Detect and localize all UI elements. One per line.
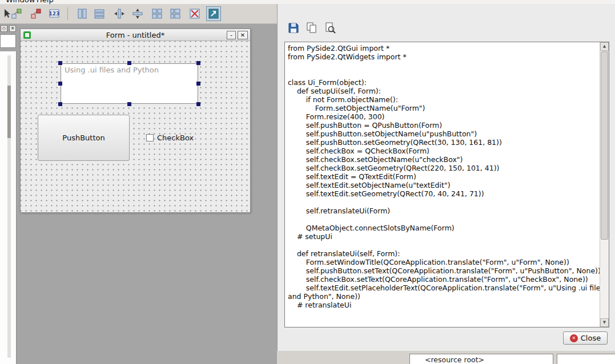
- code-line: [288, 241, 598, 249]
- close-button-label: Close: [581, 334, 601, 342]
- code-line: self.pushButton.setObjectName(u"pushButt…: [288, 130, 598, 138]
- code-line: class Ui_Form(object):: [288, 78, 598, 87]
- tab-order-label: 123: [49, 11, 60, 17]
- code-line: [288, 198, 598, 207]
- selection-handle[interactable]: [58, 61, 62, 65]
- code-line: self.textEdit.setPlaceholderText(QCoreAp…: [288, 284, 598, 292]
- code-line: and Python", None)): [288, 292, 598, 301]
- selection-handle[interactable]: [196, 82, 200, 86]
- toolbar-separator: [67, 7, 68, 20]
- scroll-up-icon[interactable]: ▲: [600, 42, 609, 51]
- resource-browser: <resource root>: [277, 351, 615, 364]
- selection-handle[interactable]: [58, 82, 62, 86]
- layout-form-icon[interactable]: [168, 6, 183, 21]
- code-line: self.pushButton.setGeometry(QRect(30, 13…: [288, 138, 598, 147]
- code-line: # retranslateUi: [288, 301, 598, 309]
- widget-filter-input[interactable]: [0, 34, 16, 48]
- widget-box-dock: ◇ ✕: [0, 24, 18, 364]
- scroll-down-icon[interactable]: ▼: [600, 318, 609, 327]
- close-button[interactable]: ✕: [238, 31, 248, 39]
- code-line: def retranslateUi(self, Form):: [288, 249, 598, 258]
- code-line: Form.setObjectName(u"Form"): [288, 104, 598, 112]
- code-line: self.pushButton = QPushButton(Form): [288, 121, 598, 130]
- code-line: self.retranslateUi(Form): [288, 207, 598, 215]
- adjust-size-icon[interactable]: [206, 6, 221, 21]
- main-toolbar: 123: [0, 4, 277, 24]
- code-line: self.textEdit.setObjectName(u"textEdit"): [288, 181, 598, 189]
- checkbox-indicator[interactable]: [146, 134, 154, 141]
- code-line: self.checkBox.setObjectName(u"checkBox"): [288, 155, 598, 164]
- code-line: if not Form.objectName():: [288, 95, 598, 104]
- dock-close-icon[interactable]: ✕: [9, 25, 16, 32]
- selection-handle[interactable]: [196, 102, 200, 106]
- layout-horizontal-icon[interactable]: [92, 6, 107, 21]
- textedit-widget[interactable]: Using .ui files and Python: [61, 63, 198, 104]
- selection-handle[interactable]: [127, 61, 131, 65]
- edit-signals-slots-icon[interactable]: [9, 6, 24, 21]
- widget-box-scrollbar-thumb[interactable]: [7, 86, 11, 138]
- splitter-vertical-icon[interactable]: [130, 6, 145, 21]
- code-line: self.textEdit.setGeometry(QRect(70, 40, …: [288, 189, 598, 198]
- layout-vertical-icon[interactable]: [75, 6, 90, 21]
- resource-preview-box[interactable]: [557, 354, 615, 364]
- layout-grid-icon[interactable]: [150, 6, 164, 21]
- minimize-button[interactable]: -: [227, 31, 236, 39]
- form-window-titlebar[interactable]: Form - untitled* - ✕: [21, 29, 250, 41]
- form-window-title: Form - untitled*: [21, 31, 250, 39]
- code-line: Form.resize(400, 300): [288, 112, 598, 121]
- selection-handle[interactable]: [127, 102, 131, 106]
- code-view[interactable]: from PySide2.QtGui import *from PySide2.…: [284, 42, 609, 327]
- menu-bar: Window Help: [0, 0, 615, 4]
- edit-tab-order-icon[interactable]: 123: [47, 6, 62, 21]
- checkbox-widget[interactable]: CheckBox: [146, 126, 204, 149]
- edit-buddies-icon[interactable]: [29, 6, 43, 21]
- selection-handle[interactable]: [196, 61, 200, 65]
- form-icon: [23, 31, 31, 39]
- code-line: [288, 61, 598, 70]
- dock-float-icon[interactable]: ◇: [1, 25, 7, 32]
- code-line: self.checkBox.setGeometry(QRect(220, 150…: [288, 164, 598, 172]
- textedit-placeholder: Using .ui files and Python: [65, 66, 159, 74]
- scrollbar-thumb[interactable]: [601, 51, 608, 240]
- menu-help[interactable]: Help: [37, 0, 54, 4]
- code-line: self.checkBox.setText(QCoreApplication.t…: [288, 275, 598, 284]
- break-layout-icon[interactable]: [187, 6, 202, 21]
- save-icon[interactable]: [286, 21, 301, 35]
- code-line: from PySide2.QtGui import *: [288, 44, 598, 52]
- find-icon[interactable]: [323, 21, 337, 35]
- code-scrollbar[interactable]: ▲ ▼: [600, 42, 609, 327]
- code-line: self.textEdit = QTextEdit(Form): [288, 172, 598, 181]
- menu-window[interactable]: Window: [6, 0, 35, 4]
- close-dialog-button[interactable]: ✕ Close: [563, 331, 608, 345]
- code-line: self.pushButton.setText(QCoreApplication…: [288, 266, 598, 275]
- code-line: QMetaObject.connectSlotsByName(Form): [288, 224, 598, 232]
- code-text: from PySide2.QtGui import *from PySide2.…: [285, 42, 600, 311]
- code-line: Form.setWindowTitle(QCoreApplication.tra…: [288, 258, 598, 266]
- splitter-horizontal-icon[interactable]: [112, 6, 127, 21]
- copy-icon[interactable]: [304, 21, 319, 35]
- resource-root-item[interactable]: <resource root>: [409, 354, 553, 364]
- selection-handle[interactable]: [58, 102, 62, 106]
- code-preview-dialog: from PySide2.QtGui import *from PySide2.…: [277, 4, 615, 351]
- code-line: [288, 70, 598, 78]
- pushbutton-widget[interactable]: PushButton: [38, 115, 130, 161]
- code-line: def setupUi(self, Form):: [288, 87, 598, 95]
- code-line: from PySide2.QtWidgets import *: [288, 52, 598, 61]
- code-line: self.checkBox = QCheckBox(Form): [288, 147, 598, 155]
- checkbox-label: CheckBox: [157, 134, 194, 142]
- code-line: # setupUi: [288, 232, 598, 241]
- code-line: [288, 215, 598, 224]
- close-red-icon: ✕: [570, 334, 578, 342]
